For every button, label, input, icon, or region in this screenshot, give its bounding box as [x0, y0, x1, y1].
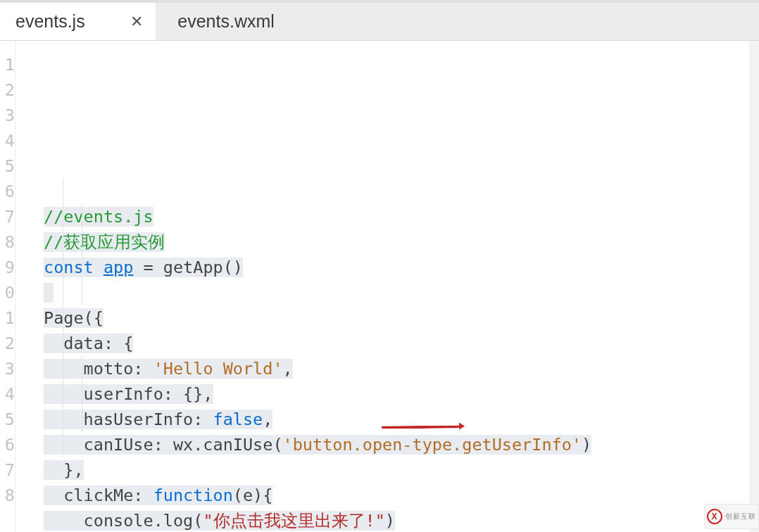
tab-events-js[interactable]: events.js ✕ [0, 3, 156, 40]
code-editor[interactable]: 1 2 3 4 5 6 7 8 9 0 1 2 3 4 5 6 7 8 //ev… [0, 41, 759, 532]
scrollbar[interactable] [749, 41, 759, 532]
code-line: console.log("你点击我这里出来了!") [44, 508, 759, 532]
code-line: const app = getApp() [44, 255, 759, 280]
annotation-underline [382, 425, 459, 429]
line-number-gutter: 1 2 3 4 5 6 7 8 9 0 1 2 3 4 5 6 7 8 [0, 41, 15, 532]
indent-guides [44, 52, 104, 179]
code-line: Page({ [44, 305, 759, 331]
watermark-badge: X 创新互联 [704, 504, 759, 529]
watermark-logo-icon: X [707, 509, 722, 524]
tab-label: events.js [15, 11, 85, 32]
code-line: clickMe: function(e){ [44, 483, 759, 508]
code-content[interactable]: //events.js//获取应用实例const app = getApp() … [15, 41, 759, 532]
code-line: canIUse: wx.canIUse('button.open-type.ge… [44, 432, 759, 457]
tab-bar: events.js ✕ events.wxml [0, 0, 759, 41]
code-line: //events.js [44, 204, 759, 229]
code-line: userInfo: {}, [44, 381, 759, 407]
watermark-text: 创新互联 [725, 512, 756, 521]
close-icon[interactable]: ✕ [130, 14, 143, 30]
code-line: motto: 'Hello World', [44, 356, 759, 381]
code-line: }, [44, 457, 759, 483]
tab-events-wxml[interactable]: events.wxml [162, 3, 345, 40]
code-line: //获取应用实例 [44, 229, 759, 255]
code-line [44, 280, 759, 305]
code-line: data: { [44, 331, 759, 356]
tab-label: events.wxml [177, 11, 275, 32]
